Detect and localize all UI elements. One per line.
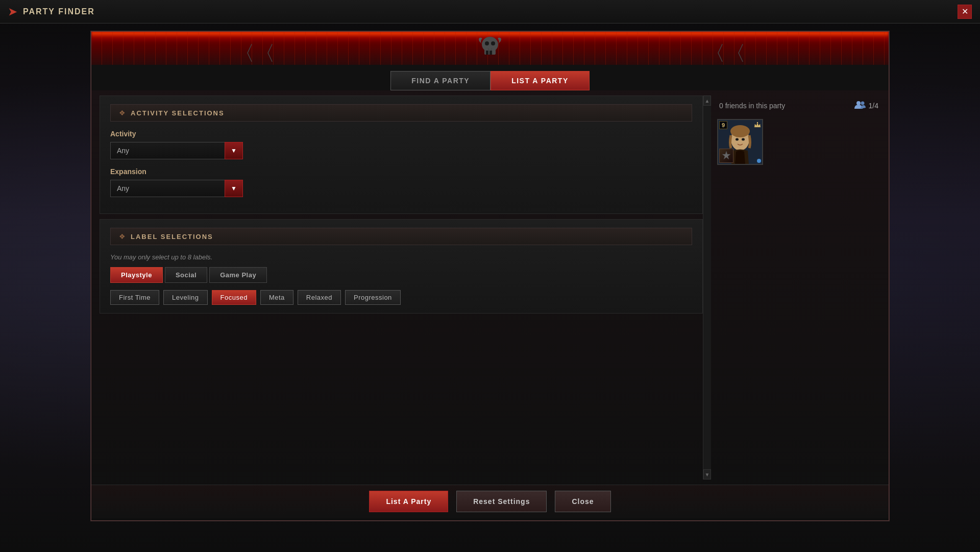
right-wing-decoration: 〉〉 <box>705 39 746 65</box>
find-party-tab[interactable]: FIND A PARTY <box>390 71 491 90</box>
title-bar: ➤ PARTY FINDER ✕ <box>0 0 980 23</box>
svg-rect-2 <box>486 51 488 55</box>
list-party-tab[interactable]: LIST A PARTY <box>491 71 590 90</box>
member-slot-1: 9 <box>717 119 763 165</box>
activity-section-title: ACTIVITY SELECTIONS <box>131 109 225 117</box>
section-diamond-2: ❖ <box>119 232 126 241</box>
party-count-text: 1/4 <box>869 102 878 110</box>
label-note: You may only select up to 8 labels. <box>110 253 692 261</box>
party-members-icon <box>854 101 866 111</box>
left-panel: ❖ ACTIVITY SELECTIONS Activity Any ▼ Exp… <box>100 95 703 479</box>
party-info: 0 friends in this party 1/4 <box>717 101 880 111</box>
scroll-down-arrow[interactable]: ▼ <box>703 469 711 479</box>
close-button[interactable]: Close <box>555 491 610 512</box>
activity-header: ❖ ACTIVITY SELECTIONS <box>110 104 692 122</box>
member-level: 9 <box>719 121 727 129</box>
party-count: 1/4 <box>854 101 878 111</box>
skull-icon <box>477 33 503 63</box>
emblem-slot <box>719 149 733 163</box>
svg-point-12 <box>742 138 745 141</box>
expansion-select[interactable]: Any <box>110 180 243 197</box>
friends-text: 0 friends in this party <box>719 102 785 110</box>
activity-section: ❖ ACTIVITY SELECTIONS Activity Any ▼ Exp… <box>100 95 703 214</box>
left-wing-decoration: 〈〈 <box>234 39 275 65</box>
arrow-icon: ➤ <box>8 6 17 18</box>
expansion-label: Expansion <box>110 167 692 176</box>
svg-point-13 <box>757 122 758 123</box>
svg-point-7 <box>861 102 864 105</box>
label-tabs: Playstyle Social Game Play <box>110 267 692 283</box>
tab-bar: FIND A PARTY LIST A PARTY <box>91 65 889 90</box>
label-section-title: LABEL SELECTIONS <box>131 233 213 241</box>
label-section: ❖ LABEL SELECTIONS You may only select u… <box>100 219 703 314</box>
online-indicator <box>757 159 761 163</box>
bottom-bar: List a Party Reset Settings Close <box>91 485 889 518</box>
social-tab[interactable]: Social <box>165 267 207 283</box>
section-diamond-1: ❖ <box>119 109 126 117</box>
svg-point-4 <box>485 41 489 45</box>
playstyle-tab[interactable]: Playstyle <box>110 267 163 283</box>
chip-relaxed[interactable]: Relaxed <box>298 290 341 305</box>
label-header: ❖ LABEL SELECTIONS <box>110 228 692 245</box>
chip-leveling[interactable]: Leveling <box>163 290 207 305</box>
label-chips: First Time Leveling Focused Meta Relaxed… <box>110 290 692 305</box>
svg-point-11 <box>736 138 739 141</box>
main-dialog: 〈〈 〉〉 FIND A PARTY LIST A PARTY <box>90 31 890 521</box>
list-party-button[interactable]: List a Party <box>369 491 448 512</box>
fire-banner: 〈〈 〉〉 <box>91 32 889 65</box>
crown-badge <box>754 121 761 129</box>
scroll-up-arrow[interactable]: ▲ <box>703 95 711 106</box>
reset-settings-button[interactable]: Reset Settings <box>456 491 547 512</box>
gameplay-tab[interactable]: Game Play <box>209 267 267 283</box>
chip-progression[interactable]: Progression <box>345 290 401 305</box>
member-slots: 9 <box>717 119 880 165</box>
scrollbar: ▲ ▼ <box>703 95 711 479</box>
title-close-button[interactable]: ✕ <box>958 5 972 19</box>
chip-focused[interactable]: Focused <box>212 290 256 305</box>
page-title: PARTY FINDER <box>23 7 95 16</box>
svg-point-5 <box>491 41 495 45</box>
chip-firsttime[interactable]: First Time <box>110 290 159 305</box>
right-panel: 0 friends in this party 1/4 <box>717 95 880 479</box>
content-area: ❖ ACTIVITY SELECTIONS Activity Any ▼ Exp… <box>91 90 889 485</box>
svg-point-10 <box>730 125 750 137</box>
expansion-dropdown-container: Any ▼ <box>110 180 243 197</box>
svg-point-6 <box>856 101 861 105</box>
activity-dropdown-container: Any ▼ <box>110 142 243 159</box>
chip-meta[interactable]: Meta <box>260 290 293 305</box>
activity-label: Activity <box>110 130 692 138</box>
activity-select[interactable]: Any <box>110 142 243 159</box>
scroll-track <box>703 106 711 469</box>
left-panel-with-scroll: ❖ ACTIVITY SELECTIONS Activity Any ▼ Exp… <box>100 95 711 479</box>
title-bar-left: ➤ PARTY FINDER <box>8 6 95 18</box>
